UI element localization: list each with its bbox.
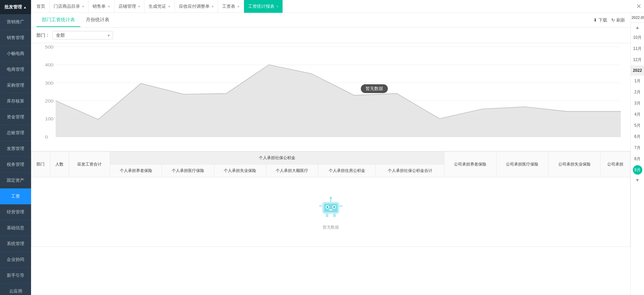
tab-label-home: 首页 bbox=[36, 3, 45, 9]
rs-month-11月[interactable]: 11月 bbox=[631, 43, 644, 54]
download-label: 下载 bbox=[598, 17, 607, 23]
tab-produce-cert[interactable]: 生成凭证× bbox=[144, 0, 175, 13]
table-area[interactable]: 部门 人数 应发工资合计 个人承担社保公积金 公司承担养老保险 公司承担医疗保险… bbox=[31, 151, 630, 295]
tab-store-catalog[interactable]: 门店商品目录× bbox=[50, 0, 88, 13]
empty-icon bbox=[317, 194, 344, 220]
sidebar-item-sales-mgmt[interactable]: 销售管理 bbox=[0, 30, 31, 46]
sidebar-item-ops[interactable]: 经营管理 bbox=[0, 204, 31, 220]
tab-close-sales-order[interactable]: × bbox=[108, 4, 110, 8]
content-area: 部门工资统计表 月份统计表 ⬇ 下载 ↻ 刷新 部门： bbox=[31, 13, 644, 295]
tab-label-store-catalog: 门店商品目录 bbox=[54, 3, 80, 9]
svg-rect-19 bbox=[329, 209, 332, 210]
rs-month-5月[interactable]: 5月 bbox=[631, 120, 644, 131]
download-icon: ⬇ bbox=[593, 18, 597, 23]
svg-text:100: 100 bbox=[45, 116, 53, 121]
svg-text:0: 0 bbox=[45, 135, 48, 140]
sidebar-item-sales-promo[interactable]: 营销推广 bbox=[0, 14, 31, 30]
download-button[interactable]: ⬇ 下载 bbox=[593, 17, 607, 23]
rs-month-2月[interactable]: 2月 bbox=[631, 87, 644, 98]
sidebar-item-guide[interactable]: 新手引导 bbox=[0, 268, 31, 284]
tab-home[interactable]: 首页 bbox=[32, 0, 50, 13]
tab-close-store-catalog[interactable]: × bbox=[82, 4, 84, 8]
rs-month-6月[interactable]: 6月 bbox=[631, 131, 644, 142]
main-area: 首页门店商品目录×销售单×店铺管理×生成凭证×应收应付调整单×工资表×工资统计报… bbox=[31, 0, 644, 295]
tab-month-stats[interactable]: 月份统计表 bbox=[80, 13, 115, 27]
sidebar-item-payroll[interactable]: 工资 bbox=[0, 188, 31, 204]
rs-month-3月[interactable]: 3月 bbox=[631, 98, 644, 109]
sidebar-item-finance[interactable]: 资金管理 bbox=[0, 109, 31, 125]
rs-nav-down[interactable]: ▼ bbox=[631, 175, 644, 185]
refresh-icon: ↻ bbox=[611, 18, 615, 23]
rs-month-12月[interactable]: 12月 bbox=[631, 54, 644, 65]
tab-close-produce-cert[interactable]: × bbox=[168, 4, 170, 8]
chart-area: 500 400 300 200 100 0 bbox=[31, 43, 630, 151]
sidebar-item-fixed-assets[interactable]: 固定资产 bbox=[0, 173, 31, 188]
sidebar: 批发管理 ▲ 营销推广销售管理小畅电商电商管理采购管理库存核算资金管理总账管理发… bbox=[0, 0, 31, 295]
tab-close-payroll-table[interactable]: × bbox=[237, 4, 239, 8]
col-total-wage: 应发工资合计 bbox=[69, 152, 110, 177]
rs-month-8月[interactable]: 8月 bbox=[631, 153, 644, 165]
tab-close-ar-adjust[interactable]: × bbox=[212, 4, 214, 8]
rs-header[interactable]: 2022.09 bbox=[631, 13, 644, 23]
tab-dept-stats[interactable]: 部门工资统计表 bbox=[36, 13, 80, 27]
rs-month-active[interactable]: 9月 bbox=[633, 165, 642, 175]
sidebar-item-sys[interactable]: 系统管理 bbox=[0, 236, 31, 252]
sidebar-item-basics[interactable]: 基础信息 bbox=[0, 220, 31, 236]
tab-label-ar-adjust: 应收应付调整单 bbox=[179, 3, 210, 9]
tab-label-payroll-table: 工资表 bbox=[222, 3, 235, 9]
tab-label-sales-order: 销售单 bbox=[92, 3, 106, 9]
sidebar-item-cloud[interactable]: 云应用 bbox=[0, 284, 31, 295]
tab-close-store-mgmt[interactable]: × bbox=[138, 4, 140, 8]
col-personal-pension: 个人承担养老保险 bbox=[110, 165, 162, 177]
rs-month-7月[interactable]: 7月 bbox=[631, 142, 644, 153]
svg-point-17 bbox=[327, 206, 328, 208]
filter-bar: 部门： 全部 ▼ bbox=[31, 28, 630, 43]
svg-point-21 bbox=[330, 197, 332, 199]
col-company-medical: 公司承担医疗保险 bbox=[496, 152, 548, 177]
close-all-tabs-button[interactable]: ✕ bbox=[636, 3, 641, 10]
sidebar-item-invoice[interactable]: 发票管理 bbox=[0, 141, 31, 157]
main-content: 部门工资统计表 月份统计表 ⬇ 下载 ↻ 刷新 部门： bbox=[31, 13, 630, 295]
tab-ar-adjust[interactable]: 应收应付调整单× bbox=[175, 0, 218, 13]
refresh-button[interactable]: ↻ 刷新 bbox=[611, 17, 625, 23]
svg-text:400: 400 bbox=[45, 62, 53, 67]
tab-label-payroll-report: 工资统计报表 bbox=[248, 3, 274, 9]
dept-filter-label: 部门： bbox=[36, 32, 50, 38]
rs-month-10月[interactable]: 10月 bbox=[631, 32, 644, 43]
col-company-other: 公司承担 bbox=[600, 152, 630, 177]
rs-nav-up[interactable]: ▲ bbox=[631, 23, 644, 32]
dept-select-wrapper: 全部 ▼ bbox=[52, 31, 113, 39]
sidebar-item-ecom-mgmt[interactable]: 电商管理 bbox=[0, 62, 31, 78]
refresh-label: 刷新 bbox=[616, 17, 625, 23]
rs-month-1月[interactable]: 1月 bbox=[631, 76, 644, 87]
rs-month-4月[interactable]: 4月 bbox=[631, 109, 644, 120]
sidebar-arrow-icon: ▲ bbox=[23, 5, 27, 9]
tab-sales-order[interactable]: 销售单× bbox=[88, 0, 114, 13]
sidebar-item-corp[interactable]: 企业协同 bbox=[0, 252, 31, 268]
col-dept: 部门 bbox=[31, 152, 50, 177]
col-personal-major-medical: 个人承担大额医疗 bbox=[266, 165, 318, 177]
sidebar-item-inventory[interactable]: 库存核算 bbox=[0, 93, 31, 109]
data-table: 部门 人数 应发工资合计 个人承担社保公积金 公司承担养老保险 公司承担医疗保险… bbox=[31, 151, 630, 247]
svg-point-18 bbox=[333, 206, 335, 208]
right-sidebar: 2022.09 ▲ 10月11月12月20221月2月3月4月5月6月7月8月9… bbox=[630, 13, 644, 295]
sub-tabs: 部门工资统计表 月份统计表 bbox=[36, 13, 115, 27]
sidebar-header[interactable]: 批发管理 ▲ bbox=[0, 0, 31, 14]
svg-text:300: 300 bbox=[45, 81, 53, 86]
sidebar-item-purchase[interactable]: 采购管理 bbox=[0, 78, 31, 93]
tab-close-payroll-report[interactable]: × bbox=[276, 4, 278, 8]
tab-payroll-table[interactable]: 工资表× bbox=[218, 0, 244, 13]
sidebar-item-tax[interactable]: 税务管理 bbox=[0, 157, 31, 173]
empty-state: 暂无数据 bbox=[34, 180, 627, 244]
sidebar-item-xiaochang[interactable]: 小畅电商 bbox=[0, 46, 31, 62]
tab-payroll-report[interactable]: 工资统计报表× bbox=[244, 0, 283, 13]
chart-svg: 500 400 300 200 100 0 bbox=[36, 43, 625, 151]
col-personal-unemployment: 个人承担失业保险 bbox=[214, 165, 266, 177]
tab-label-store-mgmt: 店铺管理 bbox=[118, 3, 136, 9]
col-company-unemployment: 公司承担失业保险 bbox=[548, 152, 600, 177]
dept-select[interactable]: 全部 bbox=[52, 31, 113, 39]
svg-rect-23 bbox=[339, 205, 343, 207]
col-company-pension: 公司承担养老保险 bbox=[444, 152, 496, 177]
tab-store-mgmt[interactable]: 店铺管理× bbox=[114, 0, 144, 13]
sidebar-item-ledger[interactable]: 总账管理 bbox=[0, 125, 31, 141]
